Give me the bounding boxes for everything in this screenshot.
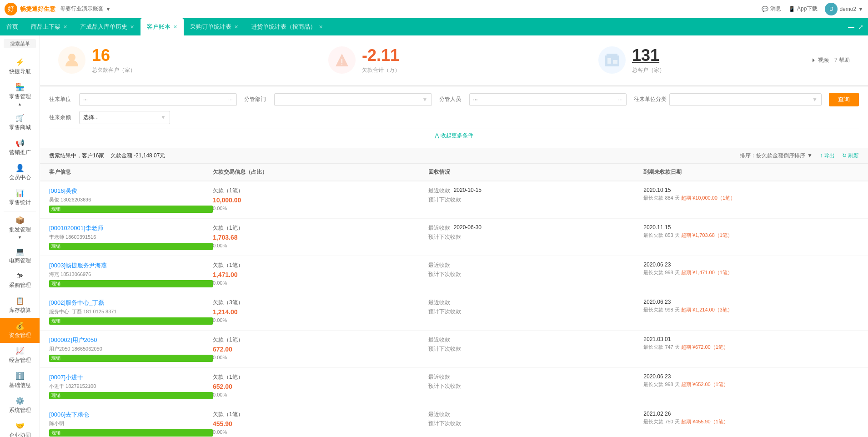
tab-customer-account-label: 客户账本 [147, 23, 171, 31]
tab-collapse-btn[interactable]: — [848, 23, 854, 30]
user-menu[interactable]: D demo2 ▼ [825, 3, 863, 15]
filter-person-input[interactable]: ··· [469, 93, 627, 106]
debt-amount-2[interactable]: 1,703.68 [213, 234, 428, 241]
customer-name-7[interactable]: [0006]去下粮仓 [49, 411, 213, 419]
sidebar-item-quick-nav[interactable]: ⚡ 快捷导航 [0, 54, 40, 79]
sidebar-item-stock-check[interactable]: 📋 库存核算 [0, 293, 40, 318]
tab-purchase-order-label: 采购订单统计表 [190, 23, 231, 31]
repay-info-1: 最近收款 2020-10-15 预计下次收款 [428, 187, 644, 204]
store-selector[interactable]: 母婴行业演示账套 ▼ [60, 5, 111, 13]
sidebar-nav: ⚡ 快捷导航 🏪 零售管理 ▲ 🛒 零售商城 📢 营销推广 👤 [0, 52, 40, 437]
debt-amount-6[interactable]: 652.00 [213, 383, 428, 390]
tab-product-history-close[interactable]: ✕ [130, 24, 134, 30]
filter-supplier-label: 往来单位 [49, 95, 76, 103]
debt-amount-3[interactable]: 1,471.00 [213, 271, 428, 278]
filter-balance-label: 往来余额 [49, 114, 76, 121]
tab-home[interactable]: 首页 [0, 18, 25, 35]
sidebar-item-system[interactable]: ⚙️ 系统管理 [0, 393, 40, 418]
overdue-link-2[interactable]: 超期 ¥1,703.68（1笔） [681, 232, 733, 238]
debt-amount-1[interactable]: 10,000.00 [213, 196, 428, 204]
sidebar-item-purchase[interactable]: 🛍 采购管理 [0, 268, 40, 293]
video-help-btn[interactable]: ⏵ 视频 [811, 56, 829, 64]
sidebar-item-retail-mall[interactable]: 🛒 零售商城 [0, 110, 40, 135]
overdue-link-6[interactable]: 超期 ¥652.00（1笔） [681, 382, 728, 387]
overdue-link-7[interactable]: 超期 ¥455.90（1笔） [681, 419, 728, 424]
sort-select[interactable]: 排序：按欠款金额倒序排序 ▼ [740, 152, 813, 160]
sidebar-item-label: 基础信息 [9, 382, 31, 389]
sidebar-search-area [0, 35, 40, 52]
sidebar-item-business[interactable]: 📈 经营管理 [0, 343, 40, 368]
filter-collapse-btn[interactable]: ⋀ 收起更多条件 [49, 129, 859, 142]
search-button[interactable]: 查询 [829, 93, 859, 106]
phone-icon: 📱 [788, 6, 795, 12]
filter-dept-input[interactable]: ▼ [274, 93, 432, 106]
filter-row-1: 往来单位 ··· 分管部门 ▼ 分管人员 [49, 93, 859, 106]
sidebar-item-retail-stats[interactable]: 📊 零售统计 [0, 185, 40, 210]
repay-info-4: 最近收款 预计下次收款 [428, 299, 644, 316]
sidebar-item-finance[interactable]: 💰 资金管理 [0, 318, 40, 343]
repay-row-6b: 预计下次收款 [428, 382, 644, 390]
tab-product-off[interactable]: 商品上下架 ✕ [25, 18, 74, 35]
svg-rect-2 [341, 59, 342, 63]
tab-customer-account-close[interactable]: ✕ [173, 24, 177, 30]
repay-info-5: 最近收款 预计下次收款 [428, 336, 644, 353]
sidebar-item-basic-info[interactable]: ℹ️ 基础信息 [0, 368, 40, 393]
export-button[interactable]: ↑ 导出 [820, 152, 835, 160]
filter-balance-input[interactable]: 选择... ▼ [79, 111, 170, 124]
stat-number-overdue-customers: 16 [92, 46, 135, 65]
debt-amount-5[interactable]: 672.00 [213, 346, 428, 353]
results-bar: 搜索结果中，客户16家 欠款金额 -21,148.07元 排序：按欠款金额倒序排… [40, 148, 868, 164]
filter-category-input[interactable]: ▼ [669, 93, 822, 106]
sidebar-item-retail-mgmt[interactable]: 🏪 零售管理 ▲ [0, 79, 40, 110]
overdue-link-4[interactable]: 超期 ¥1,214.00（3笔） [681, 307, 733, 312]
sidebar-search-input[interactable] [4, 39, 36, 48]
tab-purchase-order[interactable]: 采购订单统计表 ✕ [184, 18, 245, 35]
retail-stats-icon: 📊 [15, 189, 25, 197]
logo-area: 好 畅捷通好生意 [5, 3, 55, 15]
collapse-icon: ⋀ [435, 132, 441, 139]
due-date-4: 2020.06.23 [643, 299, 859, 305]
debt-amount-7[interactable]: 455.90 [213, 420, 428, 427]
debt-count-6: 欠款（1笔） [213, 373, 428, 381]
sidebar-item-ecommerce[interactable]: 💻 电商管理 [0, 243, 40, 268]
refresh-button[interactable]: ↻ 刷新 [842, 152, 859, 160]
customer-name-6[interactable]: [0007]小进干 [49, 373, 213, 382]
message-btn[interactable]: 💬 消息 [762, 5, 781, 13]
overdue-link-1[interactable]: 超期 ¥10,000.00（1笔） [681, 195, 735, 201]
customer-name-1[interactable]: [0016]吴俊 [49, 187, 213, 195]
customer-name-4[interactable]: [0002]服务中心_丁磊 [49, 299, 213, 307]
filter-category-label: 往来单位分类 [634, 95, 667, 103]
tab-incoming-stats-close[interactable]: ✕ [319, 24, 323, 30]
sidebar-item-company-coop[interactable]: 🤝 企业协同 [0, 418, 40, 437]
top-bar-left: 好 畅捷通好生意 母婴行业演示账套 ▼ [5, 3, 111, 15]
stat-content-customers: 16 总欠款客户（家） [92, 46, 135, 74]
tab-incoming-stats[interactable]: 进货单统计表（按商品） ✕ [245, 18, 329, 35]
due-days-7: 最长欠款 750 天 超期 ¥455.90（1笔） [643, 418, 859, 425]
sidebar-item-batch-mgmt[interactable]: 📦 批发管理 ▼ [0, 212, 40, 243]
debt-amount-4[interactable]: 1,214.00 [213, 308, 428, 316]
repay-row-3b: 预计下次收款 [428, 271, 644, 278]
sidebar: ⚡ 快捷导航 🏪 零售管理 ▲ 🛒 零售商城 📢 营销推广 👤 [0, 35, 40, 437]
overdue-link-3[interactable]: 超期 ¥1,471.00（1笔） [681, 270, 733, 275]
sidebar-item-member[interactable]: 👤 会员中心 [0, 160, 40, 185]
app-download-btn[interactable]: 📱 App下载 [788, 5, 818, 13]
customer-name-3[interactable]: [0003]畅捷服务尹海燕 [49, 261, 213, 270]
tab-purchase-order-close[interactable]: ✕ [234, 24, 238, 30]
debt-info-1: 欠款（1笔） 10,000.00 0.00% [213, 187, 428, 211]
tab-customer-account[interactable]: 客户账本 ✕ [140, 18, 184, 35]
customer-info-3: [0003]畅捷服务尹海燕 海燕 18513066976 现销 [49, 261, 213, 287]
tab-product-off-close[interactable]: ✕ [63, 24, 67, 30]
sidebar-item-marketing[interactable]: 📢 营销推广 [0, 135, 40, 160]
customer-name-2[interactable]: [0001020001]李老师 [49, 224, 213, 232]
avatar: D [825, 3, 838, 15]
overdue-link-5[interactable]: 超期 ¥672.00（1笔） [681, 344, 728, 350]
customer-name-5[interactable]: [000002]用户2050 [49, 336, 213, 344]
tab-fullscreen-btn[interactable]: ⤢ [858, 23, 863, 30]
help-btn[interactable]: ? 帮助 [834, 56, 850, 64]
tab-product-history[interactable]: 产成品入库单历史 ✕ [74, 18, 140, 35]
filter-person-dots: ··· [473, 96, 478, 103]
sidebar-item-label: 采购管理 [9, 281, 31, 289]
repay-info-6: 最近收款 预计下次收款 [428, 373, 644, 390]
debt-count-1: 欠款（1笔） [213, 187, 428, 195]
filter-supplier-input[interactable]: ··· [79, 93, 237, 106]
